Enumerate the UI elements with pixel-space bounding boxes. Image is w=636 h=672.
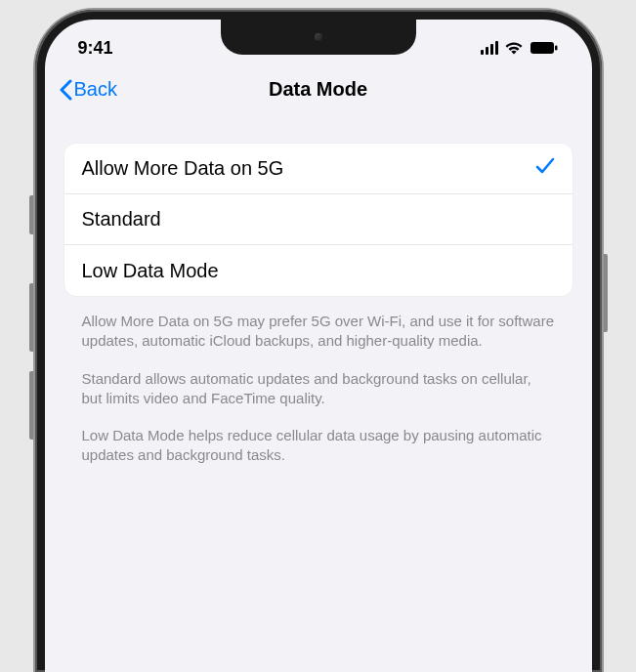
option-label: Standard <box>82 208 161 231</box>
status-time: 9:41 <box>78 38 113 59</box>
data-mode-options: Allow More Data on 5G Standard Low Data … <box>64 144 572 296</box>
option-allow-more-data[interactable]: Allow More Data on 5G <box>64 144 572 194</box>
content: Allow More Data on 5G Standard Low Data … <box>45 114 592 466</box>
option-label: Allow More Data on 5G <box>82 157 284 180</box>
footer-p1: Allow More Data on 5G may prefer 5G over… <box>82 312 555 352</box>
checkmark-icon <box>535 157 555 180</box>
status-icons <box>481 41 559 55</box>
svg-rect-0 <box>530 42 554 54</box>
footer-description: Allow More Data on 5G may prefer 5G over… <box>64 296 572 466</box>
back-label: Back <box>74 78 117 101</box>
cellular-signal-icon <box>481 41 498 55</box>
wifi-icon <box>504 41 524 55</box>
back-button[interactable]: Back <box>59 78 117 101</box>
phone-frame: 9:41 Back Data Mode <box>35 10 602 672</box>
svg-rect-1 <box>555 46 558 51</box>
page-title: Data Mode <box>269 78 367 101</box>
footer-p3: Low Data Mode helps reduce cellular data… <box>82 426 555 466</box>
chevron-left-icon <box>59 79 72 101</box>
option-low-data-mode[interactable]: Low Data Mode <box>64 245 572 296</box>
screen: 9:41 Back Data Mode <box>45 20 592 672</box>
option-label: Low Data Mode <box>82 260 219 282</box>
footer-p2: Standard allows automatic updates and ba… <box>82 369 555 409</box>
nav-bar: Back Data Mode <box>45 68 592 114</box>
battery-icon <box>530 41 559 55</box>
notch <box>221 20 416 55</box>
option-standard[interactable]: Standard <box>64 194 572 245</box>
